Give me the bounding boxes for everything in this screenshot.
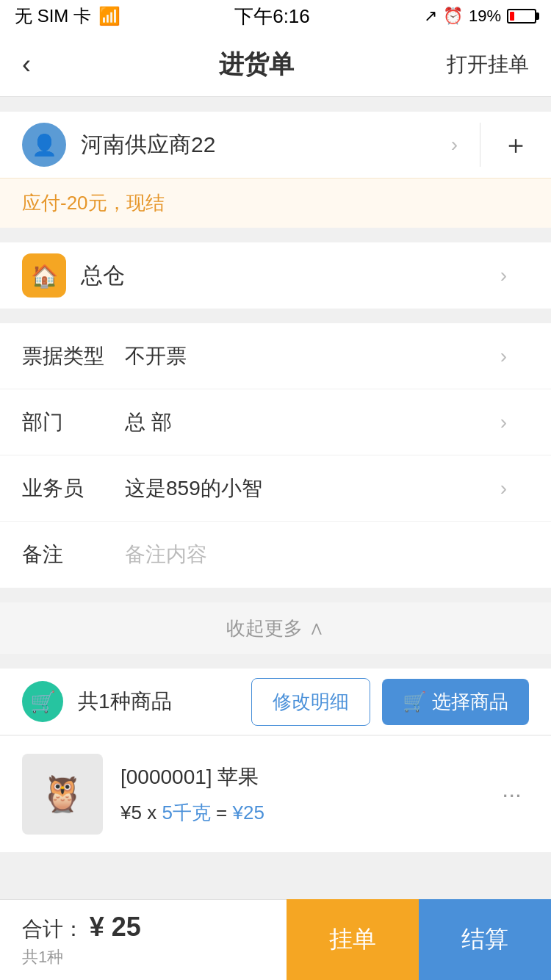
salesperson-chevron-icon: ›: [500, 477, 507, 500]
warehouse-name: 总仓: [81, 261, 500, 291]
product-total: ¥25: [233, 801, 264, 824]
product-more-button[interactable]: ···: [494, 774, 529, 815]
status-right: ↗ ⏰ 19%: [424, 7, 536, 26]
supplier-name: 河南供应商22: [81, 130, 451, 160]
supplier-divider: [480, 123, 480, 167]
form-section: 票据类型 不开票 › 部门 总 部 › 业务员 这是859的小智 › 备注 备注…: [0, 323, 551, 588]
footer-total-main: 合计： ¥ 25: [22, 912, 264, 943]
cart-icon: 🛒: [30, 690, 56, 714]
supplier-avatar-icon: 👤: [32, 133, 57, 157]
product-name: [0000001] 苹果: [120, 763, 494, 791]
department-chevron-icon: ›: [500, 411, 507, 434]
invoice-type-row[interactable]: 票据类型 不开票 ›: [0, 323, 551, 389]
time-display: 下午6:16: [234, 4, 310, 29]
salesperson-row[interactable]: 业务员 这是859的小智 ›: [0, 455, 551, 522]
department-value: 总 部: [110, 408, 500, 436]
add-supplier-button[interactable]: ＋: [503, 127, 529, 163]
footer-total-sub: 共1种: [22, 946, 264, 968]
invoice-type-chevron-icon: ›: [500, 345, 507, 368]
gap-1: [0, 97, 551, 112]
invoice-type-value: 不开票: [110, 342, 500, 370]
supplier-section[interactable]: 👤 河南供应商22 › ＋: [0, 112, 551, 178]
product-thumb-icon: 🦉: [40, 774, 84, 815]
checkout-button[interactable]: 结算: [419, 899, 551, 980]
product-info: [0000001] 苹果 ¥5 x 5千克 = ¥25: [120, 763, 494, 826]
carrier-text: 无 SIM 卡: [15, 4, 91, 28]
product-multiply: x: [147, 801, 162, 824]
product-thumbnail: 🦉: [22, 754, 103, 835]
supplier-chevron-icon: ›: [451, 133, 458, 156]
edit-details-button[interactable]: 修改明细: [251, 678, 370, 726]
remark-placeholder: 备注内容: [110, 541, 529, 569]
product-item: 🦉 [0000001] 苹果 ¥5 x 5千克 = ¥25 ···: [0, 736, 551, 852]
remark-row[interactable]: 备注 备注内容: [0, 522, 551, 588]
collapse-button[interactable]: 收起更多 ∧: [0, 602, 551, 654]
department-label: 部门: [22, 408, 110, 436]
open-hang-button[interactable]: 打开挂单: [447, 51, 529, 79]
page-title: 进货单: [219, 48, 294, 82]
select-product-button[interactable]: 🛒 选择商品: [382, 679, 529, 725]
footer-total: 合计： ¥ 25 共1种: [0, 899, 287, 980]
status-bar: 无 SIM 卡 📶 下午6:16 ↗ ⏰ 19%: [0, 0, 551, 32]
battery-percent: 19%: [469, 7, 501, 26]
wifi-icon: 📶: [98, 6, 120, 26]
products-icon: 🛒: [22, 681, 63, 722]
status-left: 无 SIM 卡 📶: [15, 4, 120, 28]
product-price: ¥5 x 5千克 = ¥25: [120, 800, 494, 826]
hang-order-button[interactable]: 挂单: [287, 899, 419, 980]
footer-total-label: 合计：: [22, 918, 84, 940]
footer: 合计： ¥ 25 共1种 挂单 结算: [0, 899, 551, 980]
remark-label: 备注: [22, 541, 110, 569]
warehouse-section[interactable]: 🏠 总仓 ›: [0, 242, 551, 309]
product-title: 苹果: [217, 765, 259, 788]
warehouse-chevron-icon: ›: [500, 264, 507, 287]
products-count: 共1种商品: [78, 688, 251, 716]
select-product-label: 选择商品: [432, 689, 508, 715]
invoice-type-label: 票据类型: [22, 342, 110, 370]
supplier-avatar: 👤: [22, 123, 66, 167]
department-row[interactable]: 部门 总 部 ›: [0, 389, 551, 455]
back-button[interactable]: ‹: [22, 49, 66, 80]
footer-total-amount: ¥ 25: [90, 912, 141, 942]
battery-fill: [510, 12, 514, 21]
product-code: [0000001]: [120, 765, 212, 788]
salesperson-label: 业务员: [22, 475, 110, 502]
products-header: 🛒 共1种商品 修改明细 🛒 选择商品: [0, 669, 551, 735]
salesperson-value: 这是859的小智: [110, 475, 500, 502]
payment-notice: 应付-20元，现结: [0, 178, 551, 228]
nav-bar: ‹ 进货单 打开挂单: [0, 32, 551, 97]
location-icon: ↗: [424, 7, 437, 26]
alarm-icon: ⏰: [443, 7, 463, 26]
warehouse-icon: 🏠: [22, 253, 66, 298]
battery-icon: [507, 9, 536, 24]
product-equals: =: [216, 801, 232, 824]
product-unit-price: ¥5: [120, 801, 142, 824]
select-product-icon: 🛒: [403, 691, 426, 713]
product-quantity: 5千克: [162, 801, 210, 824]
